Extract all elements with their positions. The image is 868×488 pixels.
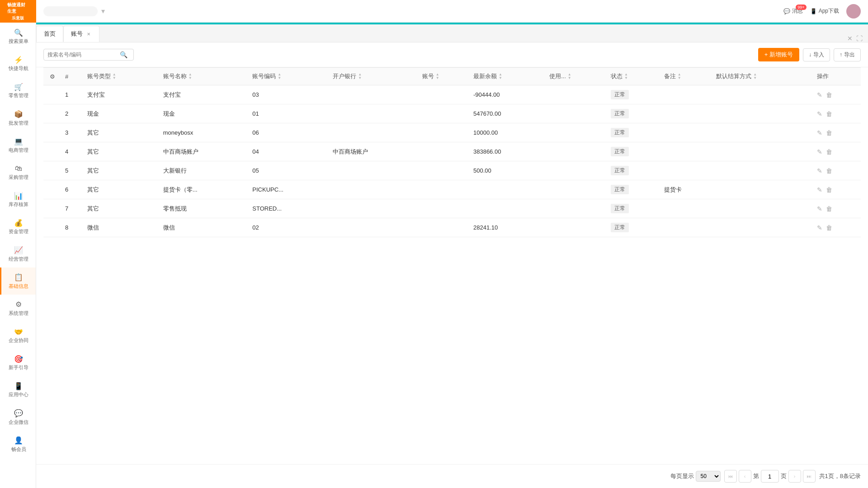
cell-no-4: 5: [61, 161, 84, 180]
sidebar-item-basic[interactable]: 📋 基础信息: [0, 267, 36, 295]
cell-code-4: 05: [249, 161, 329, 180]
edit-button-0[interactable]: ✎: [817, 91, 822, 99]
delete-button-6[interactable]: 🗑: [826, 205, 832, 212]
th-name[interactable]: 账号名称▲▼: [160, 68, 249, 85]
sidebar-icon-purchase: 🛍: [14, 164, 23, 173]
add-account-button[interactable]: + 新增账号: [758, 48, 799, 61]
sidebar-label-search: 搜索菜单: [9, 38, 28, 44]
cell-no-7: 8: [61, 218, 84, 237]
sidebar-item-app_center[interactable]: 📱 应用中心: [0, 376, 36, 403]
delete-button-0[interactable]: 🗑: [826, 91, 832, 99]
sidebar-label-member: 畅会员: [11, 446, 26, 452]
edit-button-5[interactable]: ✎: [817, 186, 822, 193]
sidebar-icon-finance: 💰: [14, 218, 23, 227]
cell-account-6: [419, 199, 470, 218]
cell-remark-0: [660, 85, 713, 104]
sidebar-item-member[interactable]: 👤 畅会员: [0, 431, 36, 458]
edit-button-2[interactable]: ✎: [817, 129, 822, 136]
search-icon[interactable]: 🔍: [120, 51, 127, 58]
table-head: ⚙ # 账号类型▲▼ 账号名称▲▼ 账号编码▲▼ 开户银行▲▼ 账号▲▼ 最新余…: [43, 68, 861, 85]
th-account[interactable]: 账号▲▼: [419, 68, 470, 85]
dropdown-chevron-icon[interactable]: ▾: [101, 7, 105, 15]
cell-bank-4: [329, 161, 419, 180]
sidebar-item-finance[interactable]: 💰 资金管理: [0, 213, 36, 240]
sidebar-item-enterprise_wechat[interactable]: 💬 企业微信: [0, 404, 36, 431]
sidebar-item-enterprise_agreement[interactable]: 🤝 企业协同: [0, 322, 36, 349]
th-remark[interactable]: 备注▲▼: [660, 68, 713, 85]
export-label: 导出: [844, 51, 855, 59]
first-page-button[interactable]: ⏮: [724, 470, 737, 483]
sidebar-item-operation[interactable]: 📈 经营管理: [0, 240, 36, 267]
edit-button-7[interactable]: ✎: [817, 224, 822, 231]
sidebar-item-wholesale[interactable]: 📦 批发管理: [0, 104, 36, 131]
cell-account-1: [419, 104, 470, 123]
cell-status-2: 正常: [607, 123, 660, 142]
delete-button-2[interactable]: 🗑: [826, 129, 832, 136]
user-avatar[interactable]: [846, 4, 861, 19]
sidebar-item-ecommerce[interactable]: 💻 电商管理: [0, 131, 36, 159]
th-gear[interactable]: ⚙: [43, 68, 61, 85]
cell-remark-6: [660, 199, 713, 218]
cell-type-7: 微信: [84, 218, 160, 237]
sidebar-item-quicknav[interactable]: ⚡ 快捷导航: [0, 50, 36, 77]
cell-bank-3: 中百商场账户: [329, 142, 419, 161]
th-default-payment[interactable]: 默认结算方式▲▼: [712, 68, 813, 85]
th-balance[interactable]: 最新余额▲▼: [470, 68, 546, 85]
table-search-input[interactable]: [47, 52, 120, 58]
cell-no-3: 4: [61, 142, 84, 161]
cell-use-3: [546, 142, 607, 161]
delete-button-7[interactable]: 🗑: [826, 224, 832, 231]
per-page-select[interactable]: 50 100 200: [696, 471, 721, 482]
edit-button-1[interactable]: ✎: [817, 110, 822, 117]
delete-button-5[interactable]: 🗑: [826, 186, 832, 193]
notification-button[interactable]: 💬 消息 99+: [783, 7, 803, 15]
tab-account-label: 账号: [71, 30, 83, 38]
page-input[interactable]: [761, 470, 779, 483]
cell-name-1: 现金: [160, 104, 249, 123]
delete-button-3[interactable]: 🗑: [826, 148, 832, 155]
delete-button-1[interactable]: 🗑: [826, 110, 832, 117]
sidebar-item-purchase[interactable]: 🛍 采购管理: [0, 159, 36, 186]
cell-code-7: 02: [249, 218, 329, 237]
th-use[interactable]: 使用...▲▼: [546, 68, 607, 85]
next-page-button[interactable]: ›: [788, 470, 801, 483]
topbar: ▾ 💬 消息 99+ 📱 App下载: [36, 0, 868, 23]
cell-action-3: ✎ 🗑: [813, 142, 861, 161]
edit-button-4[interactable]: ✎: [817, 167, 822, 174]
cell-balance-1: 547670.00: [470, 104, 546, 123]
th-type[interactable]: 账号类型▲▼: [84, 68, 160, 85]
tab-home[interactable]: 首页: [36, 26, 63, 42]
table-row: 3 其它 moneybosx 06 10000.00 正常 ✎ 🗑: [43, 123, 861, 142]
cell-action-5: ✎ 🗑: [813, 180, 861, 199]
th-bank[interactable]: 开户银行▲▼: [329, 68, 419, 85]
sidebar-item-guide[interactable]: 🎯 新手引导: [0, 349, 36, 376]
cell-action-0: ✎ 🗑: [813, 85, 861, 104]
export-button[interactable]: ↑ 导出: [834, 48, 861, 61]
tab-close-icon[interactable]: ✕: [847, 35, 853, 42]
cell-default-payment-7: [712, 218, 813, 237]
sidebar-item-retail[interactable]: 🛒 零售管理: [0, 77, 36, 104]
sidebar-item-system[interactable]: ⚙ 系统管理: [0, 295, 36, 322]
th-code[interactable]: 账号编码▲▼: [249, 68, 329, 85]
cell-action-6: ✎ 🗑: [813, 199, 861, 218]
sidebar-item-inventory[interactable]: 📊 库存核算: [0, 186, 36, 213]
edit-button-3[interactable]: ✎: [817, 148, 822, 155]
cell-gear-0: [43, 85, 61, 104]
delete-button-4[interactable]: 🗑: [826, 167, 832, 174]
tab-account-close-icon[interactable]: ✕: [85, 31, 92, 37]
per-page-label: 每页显示: [670, 472, 694, 480]
prev-page-button[interactable]: ‹: [739, 470, 751, 483]
app-download-button[interactable]: 📱 App下载: [810, 7, 839, 15]
tab-account[interactable]: 账号 ✕: [63, 26, 99, 42]
topbar-search-input[interactable]: [49, 8, 85, 14]
sidebar-item-search[interactable]: 🔍 搜索菜单: [0, 23, 36, 50]
last-page-button[interactable]: ⏭: [803, 470, 816, 483]
sidebar-icon-inventory: 📊: [14, 191, 23, 200]
th-status[interactable]: 状态▲▼: [607, 68, 660, 85]
import-button[interactable]: ↓ 导入: [803, 48, 830, 61]
cell-gear-1: [43, 104, 61, 123]
cell-gear-7: [43, 218, 61, 237]
tab-expand-icon[interactable]: ⛶: [856, 35, 863, 42]
edit-button-6[interactable]: ✎: [817, 205, 822, 212]
cell-name-4: 大新银行: [160, 161, 249, 180]
